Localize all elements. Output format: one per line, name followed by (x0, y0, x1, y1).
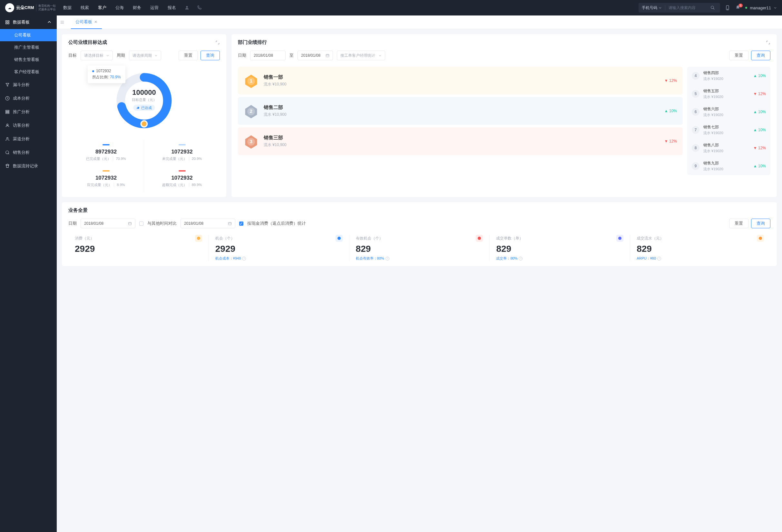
rank-row[interactable]: 8销售八部流水 ¥19020▼ 12% (687, 139, 771, 157)
query-button[interactable]: 查询 (751, 219, 771, 228)
sidebar-item[interactable]: 访客分析 (0, 119, 57, 132)
date-1[interactable]: 2018/01/08 (80, 219, 135, 228)
svg-point-24 (759, 237, 762, 240)
chart-tooltip: 1072932 所占比例: 70.9% (88, 66, 126, 83)
reset-button[interactable]: 重置 (729, 50, 748, 60)
nav-item[interactable]: 数据 (63, 5, 72, 11)
svg-point-1 (711, 6, 714, 9)
phone-icon[interactable] (197, 5, 202, 10)
label-target: 目标 (68, 52, 77, 58)
tab-company-board[interactable]: 公司看板 ✕ (71, 15, 102, 29)
sidebar-item[interactable]: 渠道分析 (0, 132, 57, 146)
close-icon[interactable]: ✕ (94, 20, 97, 24)
svg-point-3 (727, 9, 728, 10)
select-target[interactable]: 请选择目标 (80, 50, 113, 60)
rank-row[interactable]: 7销售七部流水 ¥19020▲ 10% (687, 121, 771, 139)
reset-button[interactable]: 重置 (179, 50, 198, 60)
tabs-menu-icon[interactable] (60, 20, 68, 25)
donut-label: 目标总量（元） (132, 97, 157, 102)
nav-item[interactable]: 报名 (168, 5, 176, 11)
search-box: 手机号码 (639, 3, 720, 12)
date-from[interactable]: 2018/01/08 (250, 50, 286, 60)
expand-icon[interactable] (215, 40, 220, 45)
sidebar-sub-item[interactable]: 销售主管看板 (0, 54, 57, 66)
query-button[interactable]: 查询 (201, 50, 220, 60)
nav-icon (5, 82, 10, 87)
tabs-bar: 公司看板 ✕ (57, 15, 782, 29)
notification-badge: 5 (739, 4, 743, 7)
svg-point-20 (197, 237, 200, 240)
stat-item: 机会（个）2929机会成本：¥948 ? (209, 235, 349, 261)
nav-item[interactable]: 公海 (115, 5, 124, 11)
sidebar-item[interactable]: 数据流转记录 (0, 159, 57, 173)
search-button[interactable] (710, 5, 720, 10)
card-title: 部门业绩排行 (238, 39, 267, 45)
checkbox-compare[interactable] (139, 221, 143, 226)
search-type-select[interactable]: 手机号码 (639, 5, 665, 11)
select-stat-type[interactable]: 按工单客户经理统计 (337, 50, 385, 60)
rank-row[interactable]: 5销售五部流水 ¥19020▼ 12% (687, 85, 771, 103)
sidebar-item[interactable]: 成本分析 (0, 92, 57, 105)
user-menu[interactable]: manager11 (745, 5, 777, 10)
svg-point-22 (478, 237, 481, 240)
sidebar-sub-item[interactable]: 推广主管看板 (0, 41, 57, 54)
date-2[interactable]: 2018/01/08 (180, 219, 235, 228)
checkbox-cash[interactable]: ✓ (239, 221, 243, 226)
chevron-up-icon (47, 20, 51, 25)
calendar-icon (128, 221, 132, 225)
calendar-icon (326, 54, 329, 58)
sidebar: 数据看板 公司看板推广主管看板销售主管看板客户经理看板 漏斗分析成本分析推广分析… (0, 15, 57, 532)
svg-rect-11 (326, 55, 329, 57)
rank-row[interactable]: 9销售九部流水 ¥19020▲ 10% (687, 157, 771, 175)
search-icon (710, 5, 715, 10)
rank-row[interactable]: 4销售四部流水 ¥19020▲ 10% (687, 67, 771, 85)
sidebar-item[interactable]: 销售分析 (0, 146, 57, 159)
reset-button[interactable]: 重置 (729, 219, 748, 228)
stat-icon (195, 235, 202, 242)
user-icon[interactable] (184, 5, 189, 10)
medal-icon: 1 (244, 73, 258, 88)
chevron-down-icon (774, 6, 777, 9)
medal-icon: 3 (244, 134, 258, 149)
rank-card[interactable]: 1销售一部流水 ¥10,900▼ 12% (238, 67, 683, 95)
expand-icon[interactable] (766, 40, 771, 45)
nav-item[interactable]: 客户 (98, 5, 106, 11)
search-input[interactable] (665, 5, 710, 10)
metric-item: 1072932超额完成（元）89.9% (144, 166, 220, 192)
svg-rect-6 (6, 23, 7, 24)
logo-icon: ☁ (5, 3, 14, 12)
query-button[interactable]: 查询 (751, 50, 771, 60)
stat-item: 成交流水（元）829ARPU：¥80 ? (630, 235, 771, 261)
brand-name: 云朵CRM (16, 5, 34, 10)
nav-item[interactable]: 线索 (80, 5, 89, 11)
label-period: 周期 (117, 52, 125, 58)
sidebar-group-dashboard[interactable]: 数据看板 (0, 15, 57, 29)
nav-icon (5, 123, 10, 128)
stat-icon (616, 235, 624, 242)
select-period[interactable]: 请选择周期 (129, 50, 161, 60)
chevron-down-icon (659, 6, 662, 9)
achieved-badge: 已达成 (134, 105, 155, 111)
sidebar-item[interactable]: 推广分析 (0, 105, 57, 119)
rank-row[interactable]: 6销售六部流水 ¥19020▲ 10% (687, 103, 771, 121)
app-header: ☁ 云朵CRM 教育机构一站式服务云平台 数据线索客户公海财务运营报名 手机号码 (0, 0, 782, 15)
main-content: 公司看板 ✕ 公司业绩目标达成 目标 请选择目标 (57, 15, 782, 532)
sidebar-item[interactable]: 漏斗分析 (0, 78, 57, 92)
card-title: 公司业绩目标达成 (68, 39, 107, 45)
stat-icon (335, 235, 343, 242)
chevron-down-icon (106, 54, 109, 57)
bell-icon[interactable]: 5 (735, 5, 741, 11)
date-to[interactable]: 2018/01/08 (297, 50, 333, 60)
nav-icon (5, 110, 10, 114)
sidebar-sub-item[interactable]: 公司看板 (0, 29, 57, 41)
status-dot (745, 7, 747, 9)
rank-card[interactable]: 3销售三部流水 ¥10,900▼ 12% (238, 127, 683, 155)
nav-item[interactable]: 运营 (150, 5, 158, 11)
sidebar-sub-item[interactable]: 客户经理看板 (0, 66, 57, 78)
label-date: 日期 (238, 52, 246, 58)
mobile-icon[interactable] (724, 5, 731, 11)
svg-point-23 (618, 237, 621, 240)
rank-card[interactable]: 2销售二部流水 ¥10,900▲ 10% (238, 97, 683, 125)
nav-icon (5, 150, 10, 155)
nav-item[interactable]: 财务 (133, 5, 141, 11)
